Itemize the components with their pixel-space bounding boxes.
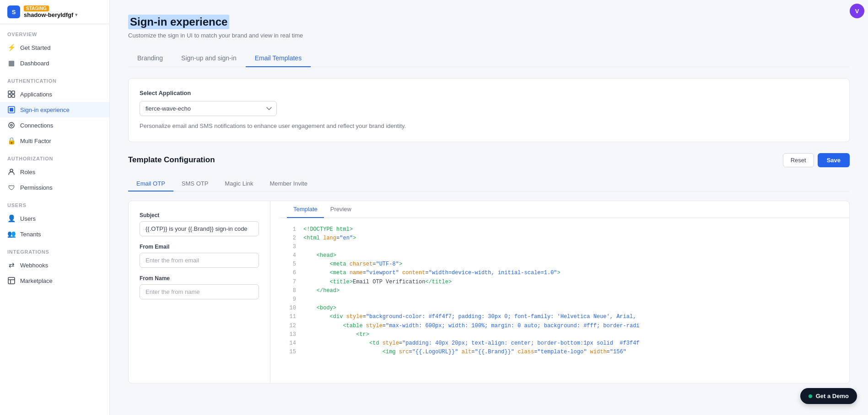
sidebar-item-connections[interactable]: Connections [0, 117, 109, 133]
save-button[interactable]: Save [818, 153, 850, 167]
app-select-dropdown[interactable]: fierce-wave-echo [140, 101, 277, 116]
code-content: <meta charset="UTF-8"> [303, 260, 842, 269]
tab-sign-up-sign-in[interactable]: Sign-up and sign-in [172, 50, 246, 67]
sidebar-item-applications[interactable]: Applications [0, 86, 109, 102]
line-number: 8 [287, 287, 296, 295]
code-content: <tr> [303, 330, 842, 339]
tab-email-otp[interactable]: Email OTP [128, 176, 173, 192]
user-avatar[interactable]: V [850, 4, 864, 18]
tab-email-templates[interactable]: Email Templates [246, 50, 311, 67]
line-number: 11 [287, 313, 296, 321]
section-label-integrations: INTEGRATIONS [0, 242, 109, 257]
sidebar-item-label: Roles [20, 169, 35, 176]
sidebar-item-users[interactable]: 👤 Users [0, 211, 109, 226]
sign-in-icon [7, 106, 16, 114]
line-number: 12 [287, 322, 296, 330]
sidebar-header: S STAGING shadow-beryldfgf ▾ [0, 0, 109, 24]
svg-rect-1 [12, 91, 15, 94]
subject-input[interactable] [140, 221, 259, 236]
line-number: 5 [287, 260, 296, 269]
sidebar-item-sign-in-experience[interactable]: Sign-in experience [0, 102, 109, 117]
subject-label: Subject [140, 212, 259, 218]
sidebar-item-roles[interactable]: Roles [0, 164, 109, 180]
demo-dot [809, 394, 812, 398]
code-line: 8 </head> [287, 287, 842, 295]
code-content: <td style="padding: 40px 20px; text-alig… [303, 339, 842, 348]
sidebar-section-overview: OVERVIEW ⚡ Get Started ▦ Dashboard [0, 24, 109, 71]
sidebar-item-permissions[interactable]: 🛡 Permissions [0, 180, 109, 195]
get-demo-button[interactable]: Get a Demo [800, 388, 857, 404]
code-line: 10 <body> [287, 304, 842, 313]
line-number: 1 [287, 225, 296, 234]
code-line: 6 <meta name="viewport" content="width=d… [287, 269, 842, 277]
sidebar-section-authentication: AUTHENTICATION Applications Sign-in expe… [0, 71, 109, 149]
page-title: Sign-in experience [128, 15, 229, 29]
staging-badge: STAGING [24, 5, 49, 11]
sidebar-item-label: Get Started [20, 44, 50, 51]
tab-member-invite[interactable]: Member Invite [262, 176, 316, 192]
code-line: 11 <div style="background-color: #f4f4f7… [287, 313, 842, 321]
code-content: <img src="{{.LogoURL}}" alt="{{.Brand}}"… [303, 348, 842, 356]
marketplace-icon [7, 277, 16, 285]
code-editor[interactable]: 1 <!DOCTYPE html> 2 <html lang="en"> 3 4… [280, 218, 849, 383]
code-content: <head> [303, 251, 842, 260]
code-line: 5 <meta charset="UTF-8"> [287, 260, 842, 269]
sidebar-section-users: USERS 👤 Users 👥 Tenants [0, 195, 109, 242]
code-line: 9 [287, 295, 842, 304]
tab-branding[interactable]: Branding [128, 50, 172, 67]
sidebar-item-label: Sign-in experience [20, 106, 70, 113]
demo-label: Get a Demo [816, 393, 849, 399]
sidebar-item-label: Webhooks [20, 262, 48, 269]
right-tab-template[interactable]: Template [287, 201, 324, 218]
section-header: Template Configuration Reset Save [128, 153, 850, 167]
sidebar-item-label: Tenants [20, 231, 41, 238]
section-title: Template Configuration [128, 155, 215, 165]
select-application-card: Select Application fierce-wave-echo Pers… [128, 78, 850, 142]
reset-button[interactable]: Reset [783, 153, 814, 167]
sidebar-logo: S [7, 5, 20, 18]
tab-sms-otp[interactable]: SMS OTP [173, 176, 217, 192]
sidebar-app-title[interactable]: STAGING [24, 5, 102, 11]
code-line: 12 <table style="max-width: 600px; width… [287, 322, 842, 330]
sidebar-item-marketplace[interactable]: Marketplace [0, 273, 109, 288]
code-content: <table style="max-width: 600px; width: 1… [303, 322, 842, 330]
topbar-right: V [846, 0, 868, 22]
line-number: 13 [287, 330, 296, 339]
code-content: <meta name="viewport" content="width=dev… [303, 269, 842, 277]
chevron-down-icon: ▾ [75, 12, 78, 18]
code-line: 15 <img src="{{.LogoURL}}" alt="{{.Brand… [287, 348, 842, 356]
action-buttons: Reset Save [783, 153, 850, 167]
sidebar-item-multifactor[interactable]: 🔒 Multi Factor [0, 133, 109, 149]
svg-rect-3 [12, 95, 15, 97]
from-name-input[interactable] [140, 284, 259, 299]
code-line: 3 [287, 243, 842, 251]
grid-icon: ▦ [7, 59, 16, 67]
shield-icon: 🛡 [7, 183, 16, 192]
from-email-input[interactable] [140, 253, 259, 268]
code-line: 14 <td style="padding: 40px 20px; text-a… [287, 339, 842, 348]
right-tab-preview[interactable]: Preview [324, 201, 358, 218]
select-app-label: Select Application [140, 90, 838, 96]
right-panel-tabs: Template Preview [280, 201, 849, 218]
sidebar-item-label: Users [20, 215, 36, 222]
sidebar-item-label: Multi Factor [20, 138, 51, 144]
code-content: </head> [303, 287, 842, 295]
code-content: <title>Email OTP Verification</title> [303, 278, 842, 287]
tab-magic-link[interactable]: Magic Link [216, 176, 261, 192]
svg-rect-0 [8, 91, 11, 94]
sidebar-item-label: Marketplace [20, 277, 53, 284]
sidebar-section-integrations: INTEGRATIONS ⇄ Webhooks Marketplace [0, 242, 109, 288]
sidebar-item-get-started[interactable]: ⚡ Get Started [0, 40, 109, 55]
code-line: 4 <head> [287, 251, 842, 260]
sidebar-item-tenants[interactable]: 👥 Tenants [0, 226, 109, 242]
page-subtitle: Customize the sign in UI to match your b… [128, 32, 850, 39]
webhooks-icon: ⇄ [7, 261, 16, 269]
inner-tab-bar: Email OTP SMS OTP Magic Link Member Invi… [128, 176, 850, 192]
sidebar-item-webhooks[interactable]: ⇄ Webhooks [0, 257, 109, 273]
user-icon: 👤 [7, 214, 16, 223]
sidebar-item-dashboard[interactable]: ▦ Dashboard [0, 55, 109, 71]
line-number: 6 [287, 269, 296, 277]
lightning-icon: ⚡ [7, 43, 16, 52]
sidebar-item-label: Dashboard [20, 60, 49, 67]
line-number: 15 [287, 348, 296, 356]
